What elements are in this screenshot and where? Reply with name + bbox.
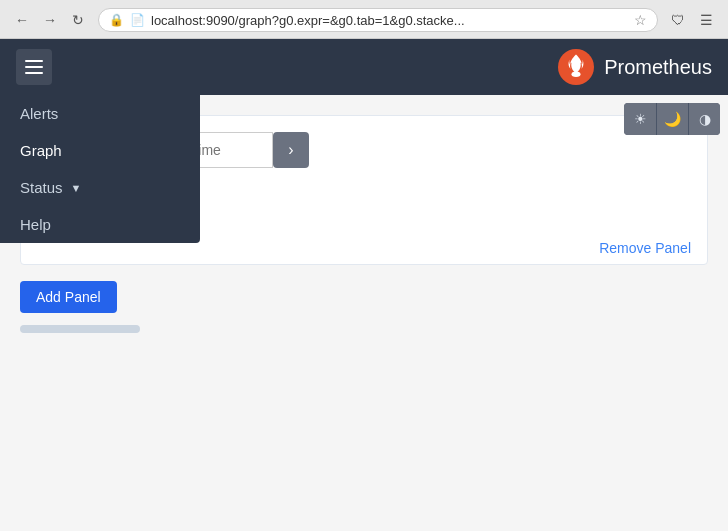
- add-panel-row: Add Panel: [20, 281, 708, 313]
- prometheus-logo-icon: [558, 49, 594, 85]
- app-title: Prometheus: [604, 56, 712, 79]
- refresh-button[interactable]: ↻: [66, 8, 90, 32]
- sidebar-item-help-label: Help: [20, 216, 51, 233]
- sidebar-item-status-label: Status: [20, 179, 63, 196]
- browser-chrome: ← → ↻ 🔒 📄 localhost:9090/graph?g0.expr=&…: [0, 0, 728, 39]
- back-button[interactable]: ←: [10, 8, 34, 32]
- light-theme-button[interactable]: ☀: [624, 103, 656, 135]
- contrast-icon: ◑: [699, 111, 711, 127]
- nav-buttons: ← → ↻: [10, 8, 90, 32]
- add-panel-button[interactable]: Add Panel: [20, 281, 117, 313]
- contrast-theme-button[interactable]: ◑: [688, 103, 720, 135]
- eval-next-button[interactable]: ›: [273, 132, 309, 168]
- security-icon: 🔒: [109, 13, 124, 27]
- hamburger-line-1: [25, 60, 43, 62]
- status-caret-icon: ▼: [71, 182, 82, 194]
- page-icon: 📄: [130, 13, 145, 27]
- range-slider[interactable]: [20, 325, 140, 333]
- dark-theme-button[interactable]: 🌙: [656, 103, 688, 135]
- remove-panel-button[interactable]: Remove Panel: [599, 240, 691, 256]
- navbar: Prometheus: [0, 39, 728, 95]
- hamburger-line-2: [25, 66, 43, 68]
- sidebar-item-status[interactable]: Status ▼: [0, 169, 200, 206]
- address-text: localhost:9090/graph?g0.expr=&g0.tab=1&g…: [151, 13, 628, 28]
- sidebar-item-alerts[interactable]: Alerts: [0, 95, 200, 132]
- sidebar-item-help[interactable]: Help: [0, 206, 200, 243]
- browser-actions: 🛡 ☰: [666, 8, 718, 32]
- app-container: Prometheus Alerts Graph Status ▼ Help ☀ …: [0, 39, 728, 522]
- shield-button[interactable]: 🛡: [666, 8, 690, 32]
- sidebar-item-alerts-label: Alerts: [20, 105, 58, 122]
- moon-icon: 🌙: [664, 111, 681, 127]
- address-bar[interactable]: 🔒 📄 localhost:9090/graph?g0.expr=&g0.tab…: [98, 8, 658, 32]
- nav-brand: Prometheus: [558, 49, 712, 85]
- browser-toolbar: ← → ↻ 🔒 📄 localhost:9090/graph?g0.expr=&…: [10, 8, 718, 32]
- browser-menu-button[interactable]: ☰: [694, 8, 718, 32]
- sidebar-item-graph-label: Graph: [20, 142, 62, 159]
- svg-point-1: [572, 72, 581, 77]
- hamburger-button[interactable]: [16, 49, 52, 85]
- bookmark-button[interactable]: ☆: [634, 12, 647, 28]
- sun-icon: ☀: [634, 111, 647, 127]
- sidebar-menu: Alerts Graph Status ▼ Help: [0, 95, 200, 243]
- forward-button[interactable]: →: [38, 8, 62, 32]
- next-arrow-icon: ›: [288, 141, 293, 159]
- sidebar-item-graph[interactable]: Graph: [0, 132, 200, 169]
- hamburger-line-3: [25, 72, 43, 74]
- theme-controls: ☀ 🌙 ◑: [624, 103, 720, 135]
